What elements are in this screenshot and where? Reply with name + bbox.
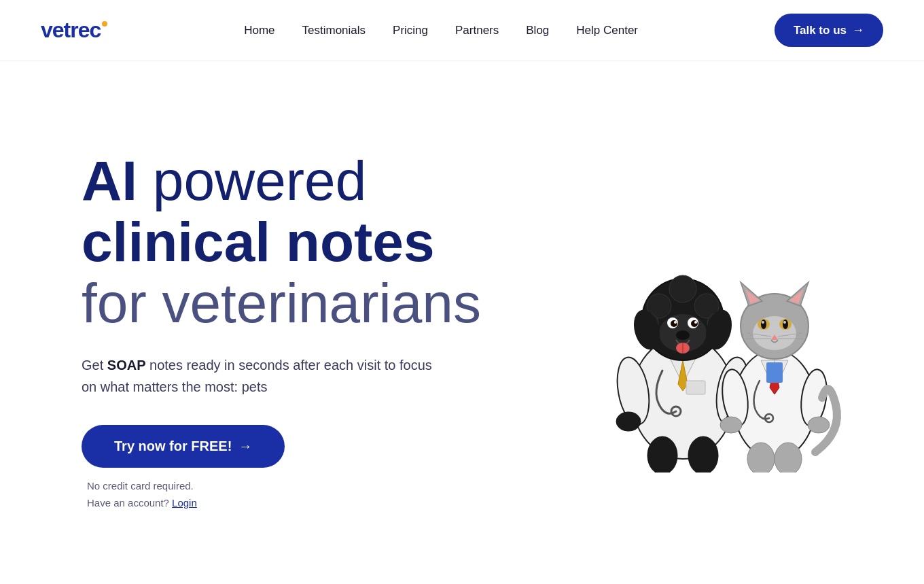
nav-item-testimonials[interactable]: Testimonials — [302, 24, 366, 37]
logo-vet: vet — [41, 18, 70, 42]
svg-point-21 — [671, 320, 677, 327]
try-button-label: Try now for FREE! — [114, 439, 232, 454]
nav-item-help[interactable]: Help Center — [576, 24, 638, 37]
svg-point-40 — [747, 443, 775, 473]
svg-point-8 — [616, 412, 641, 431]
have-account-text: Have an account? Login — [87, 497, 481, 509]
hero-headline: AI powered clinical notes for veterinari… — [82, 150, 481, 334]
try-button-arrow-icon: → — [238, 439, 252, 454]
nav-item-blog[interactable]: Blog — [526, 24, 549, 37]
headline-for-vets: for veterinarians — [82, 273, 481, 334]
talk-to-us-button[interactable]: Talk to us → — [775, 14, 883, 47]
subtext-pre: Get — [82, 358, 107, 373]
svg-rect-5 — [686, 381, 705, 394]
svg-point-53 — [783, 321, 786, 324]
nav-links: Home Testimonials Pricing Partners Blog … — [244, 24, 638, 37]
svg-point-15 — [669, 275, 696, 303]
nav-link-pricing[interactable]: Pricing — [393, 24, 428, 37]
login-link[interactable]: Login — [172, 497, 197, 509]
svg-point-10 — [647, 436, 677, 473]
talk-button-label: Talk to us — [794, 24, 847, 37]
svg-point-38 — [720, 417, 742, 433]
svg-point-23 — [674, 321, 677, 324]
hero-illustration — [557, 167, 883, 493]
svg-point-41 — [775, 443, 802, 473]
have-account-label: Have an account? — [87, 497, 169, 509]
nav-item-home[interactable]: Home — [244, 24, 274, 37]
svg-point-24 — [694, 321, 697, 324]
hero-section: AI powered clinical notes for veterinari… — [0, 61, 924, 584]
cta-wrapper: Try now for FREE! → — [82, 425, 481, 480]
headline-clinical-notes: clinical notes — [82, 211, 481, 273]
svg-point-25 — [676, 330, 690, 340]
svg-point-52 — [762, 321, 764, 324]
svg-point-39 — [808, 417, 830, 433]
vet-animals-svg — [578, 187, 863, 473]
headline-powered: powered — [137, 150, 366, 211]
logo-rec: rec — [70, 18, 101, 42]
headline-ai: AI — [82, 150, 137, 211]
nav-item-partners[interactable]: Partners — [455, 24, 499, 37]
svg-point-50 — [761, 320, 766, 329]
nav-link-help[interactable]: Help Center — [576, 24, 638, 37]
talk-button-arrow-icon: → — [852, 23, 864, 37]
logo-link[interactable]: vetrec — [41, 18, 107, 43]
logo: vetrec — [41, 18, 107, 43]
nav-link-blog[interactable]: Blog — [526, 24, 549, 37]
nav-item-pricing[interactable]: Pricing — [393, 24, 428, 37]
nav-link-home[interactable]: Home — [244, 24, 274, 37]
nav-link-testimonials[interactable]: Testimonials — [302, 24, 366, 37]
navbar: vetrec Home Testimonials Pricing Partner… — [0, 0, 924, 61]
try-free-button[interactable]: Try now for FREE! → — [82, 425, 285, 468]
svg-point-11 — [688, 436, 718, 473]
nav-link-partners[interactable]: Partners — [455, 24, 499, 37]
hero-subtext: Get SOAP notes ready in seconds after ea… — [82, 354, 448, 398]
svg-rect-34 — [766, 362, 783, 383]
svg-point-51 — [783, 320, 788, 329]
hero-content: AI powered clinical notes for veterinari… — [82, 150, 481, 509]
svg-point-22 — [691, 320, 698, 327]
no-credit-text: No credit card required. — [87, 480, 481, 492]
logo-dot — [102, 21, 107, 27]
subtext-soap: SOAP — [107, 358, 146, 373]
